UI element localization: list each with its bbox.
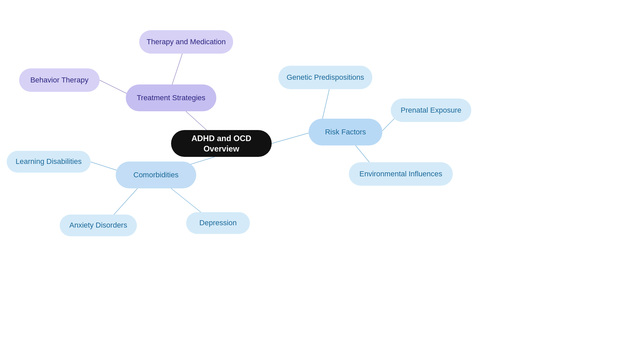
behavior-node-label: Behavior Therapy (27, 75, 92, 85)
depression-node-label: Depression (196, 218, 240, 228)
therapy-med-node[interactable]: Therapy and Medication (139, 30, 233, 54)
comorbidities-node-label: Comorbidities (130, 170, 182, 180)
center-node-label: ADHD and OCD Overview (171, 133, 272, 154)
risk-node-label: Risk Factors (322, 127, 369, 137)
anxiety-node[interactable]: Anxiety Disorders (60, 215, 137, 236)
treatment-node-label: Treatment Strategies (133, 93, 209, 103)
behavior-node[interactable]: Behavior Therapy (19, 68, 100, 92)
connections-svg (0, 0, 644, 363)
therapy-med-node-label: Therapy and Medication (143, 37, 229, 47)
svg-line-7 (272, 132, 312, 143)
treatment-node[interactable]: Treatment Strategies (126, 84, 216, 111)
learning-node-label: Learning Disabilities (12, 157, 85, 167)
prenatal-node-label: Prenatal Exposure (397, 106, 465, 115)
svg-line-2 (100, 80, 131, 96)
prenatal-node[interactable]: Prenatal Exposure (391, 99, 471, 122)
center-node[interactable]: ADHD and OCD Overview (171, 130, 272, 157)
risk-node[interactable]: Risk Factors (309, 119, 382, 145)
environmental-node[interactable]: Environmental Influences (349, 162, 453, 186)
genetic-node-label: Genetic Predispositions (283, 73, 367, 82)
environmental-node-label: Environmental Influences (356, 169, 445, 179)
comorbidities-node[interactable]: Comorbidities (116, 162, 196, 188)
genetic-node[interactable]: Genetic Predispositions (278, 66, 372, 89)
learning-node[interactable]: Learning Disabilities (7, 151, 91, 173)
depression-node[interactable]: Depression (186, 212, 250, 234)
svg-line-4 (91, 162, 119, 171)
anxiety-node-label: Anxiety Disorders (66, 221, 130, 230)
